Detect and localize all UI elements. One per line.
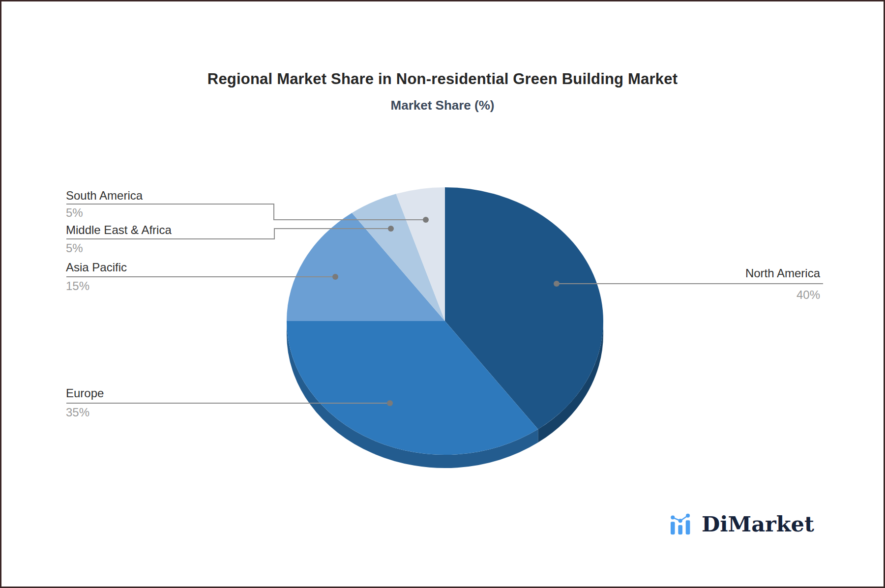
leader-dot-europe <box>387 400 393 406</box>
slice-label-middle-east-africa: Middle East & Africa <box>66 223 172 237</box>
slice-value-middle-east-africa: 5% <box>66 241 83 255</box>
bar-chart-logo-icon <box>669 512 696 536</box>
slice-label-europe: Europe <box>66 386 104 400</box>
brand-name: DiMarket <box>702 514 814 535</box>
slice-value-north-america: 40% <box>796 288 820 302</box>
leader-dot-south-america <box>423 217 429 223</box>
slice-value-asia-pacific: 15% <box>66 279 89 293</box>
slice-value-europe: 35% <box>66 406 89 419</box>
brand-logo: DiMarket <box>669 512 814 536</box>
leader-dot-middle-east-africa <box>388 226 394 232</box>
leader-dot-north-america <box>554 281 560 287</box>
slice-label-south-america: South America <box>66 189 143 203</box>
slice-label-north-america: North America <box>745 266 820 280</box>
slice-value-south-america: 5% <box>66 206 83 220</box>
chart-page: Regional Market Share in Non-residential… <box>0 0 885 588</box>
pie-chart-svg <box>1 1 885 588</box>
slice-label-asia-pacific: Asia Pacific <box>66 261 127 274</box>
leader-dot-asia-pacific <box>332 274 338 280</box>
